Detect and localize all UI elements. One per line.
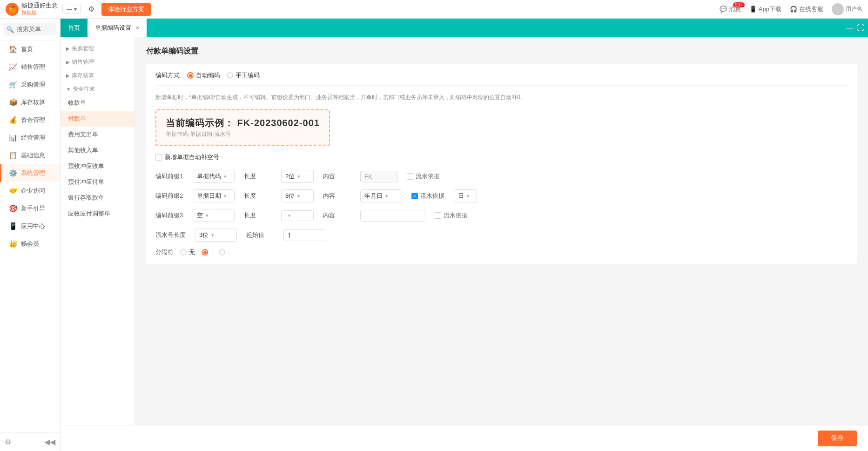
length3-select[interactable]: ▾ <box>281 210 314 221</box>
sidebar-item-inventory[interactable]: 📦 库存核算 <box>0 94 60 111</box>
content1-input[interactable] <box>360 171 397 182</box>
prefix2-select[interactable]: 单据日期 ▾ <box>193 189 235 202</box>
sidebar-item-enterprise[interactable]: 🤝 企业协同 <box>0 182 60 200</box>
tab-close-icon[interactable]: × <box>136 25 139 31</box>
search-menu-button[interactable]: 🔍 搜索菜单 <box>4 23 56 35</box>
tab-encoding-label: 单据编码设置 <box>95 24 131 32</box>
sec-menu-income-label: 其他收入单 <box>68 146 98 155</box>
prefix1-select[interactable]: 单据代码 ▾ <box>193 170 235 183</box>
sidebar-item-purchase[interactable]: 🛒 采购管理 <box>0 76 60 94</box>
sec-menu-receipt[interactable]: 收款单 <box>61 95 135 111</box>
sidebar-item-basics[interactable]: 📋 基础信息 <box>0 147 60 164</box>
flow1-checkbox[interactable] <box>407 173 413 180</box>
user-menu[interactable]: 用户名 <box>832 3 862 15</box>
encoding-method-label: 编码方式 <box>155 71 180 80</box>
sec-menu-sales-label: 销售管理 <box>72 58 94 66</box>
length2-label: 长度 <box>244 192 272 200</box>
sec-menu-adjustment[interactable]: 应收应付调整单 <box>61 206 135 222</box>
trial-button[interactable]: 体验行业方案 <box>101 3 151 16</box>
manual-encoding-radio[interactable] <box>227 72 233 79</box>
home-icon: 🏠 <box>9 45 17 54</box>
sec-menu-income[interactable]: 其他收入单 <box>61 142 135 158</box>
sep-dash-radio[interactable] <box>202 249 208 256</box>
message-badge: 99+ <box>733 2 745 7</box>
sep-other-label: · <box>228 249 229 256</box>
sec-menu-expense[interactable]: 费用支出单 <box>61 127 135 142</box>
length2-arrow-icon: ▾ <box>297 193 300 199</box>
sec-menu-sales[interactable]: ▶ 销售管理 <box>61 54 135 68</box>
prefix3-select[interactable]: 空 ▾ <box>193 209 235 222</box>
main-area: 首页 单据编码设置 × — ⛶ ▶ 采购管理 ▶ 销售管理 <box>61 19 868 451</box>
sec-menu-payment-label: 付款单 <box>68 114 86 123</box>
sep-dash-option[interactable]: · <box>202 249 212 256</box>
length1-select[interactable]: 2位 ▾ <box>281 170 314 183</box>
sec-menu-funds[interactable]: ▼ 资金往来 <box>61 81 135 95</box>
auto-encoding-radio[interactable] <box>187 72 194 79</box>
layout: 🔍 搜索菜单 🏠 首页 📈 销售管理 🛒 采购管理 📦 <box>0 19 868 451</box>
sidebar-item-finance[interactable]: 💰 资金管理 <box>0 111 60 129</box>
serial-length-select[interactable]: 3位 ▾ <box>195 229 237 242</box>
content2-select[interactable]: 年月日 ▾ <box>360 189 402 202</box>
sidebar-item-member[interactable]: 👑 畅会员 <box>0 235 60 253</box>
tab-maximize-button[interactable]: ⛶ <box>857 24 864 32</box>
sep-none-radio[interactable] <box>180 249 187 256</box>
sidebar-item-sales[interactable]: 📈 销售管理 <box>0 58 60 76</box>
message-button[interactable]: 💬 消息 99+ <box>720 5 741 13</box>
length1-label: 长度 <box>244 172 272 181</box>
sidebar-item-guide[interactable]: 🎯 新手引导 <box>0 200 60 217</box>
preview-code: FK-20230602-001 <box>237 118 320 128</box>
flow2-checkbox[interactable]: ✓ <box>411 193 418 199</box>
sidebar-item-apps-label: 应用中心 <box>21 222 45 230</box>
flow2-period-select[interactable]: 日 ▾ <box>454 189 477 202</box>
prefix3-label: 编码前缀3 <box>155 211 183 220</box>
auto-encoding-option[interactable]: 自动编码 <box>187 71 220 80</box>
sidebar-item-basics-label: 基础信息 <box>21 151 45 160</box>
sec-menu-prepayment[interactable]: 预付冲应付单 <box>61 174 135 190</box>
length2-value: 8位 <box>285 192 295 200</box>
sales-icon: 📈 <box>9 63 17 71</box>
settings-icon[interactable]: ⚙ <box>86 4 97 15</box>
sec-menu-purchase[interactable]: ▶ 采购管理 <box>61 41 135 54</box>
length3-arrow-icon: ▾ <box>288 213 291 219</box>
online-service-label: 在线客服 <box>799 5 823 13</box>
prefix3-value: 空 <box>197 211 203 220</box>
online-service-button[interactable]: 🎧 在线客服 <box>790 5 823 13</box>
topbar-right: 💬 消息 99+ 📱 App下载 🎧 在线客服 用户名 <box>720 3 862 15</box>
flow3-checkbox[interactable] <box>435 212 441 219</box>
content3-input[interactable] <box>360 210 425 222</box>
sidebar-item-member-label: 畅会员 <box>21 240 39 248</box>
start-value-input[interactable] <box>283 229 325 241</box>
sec-menu-inventory[interactable]: ▶ 库存核算 <box>61 68 135 81</box>
app-download-button[interactable]: 📱 App下载 <box>749 5 781 13</box>
length2-select[interactable]: 8位 ▾ <box>281 189 314 202</box>
sidebar-collapse-icon[interactable]: ◀◀ <box>44 438 55 446</box>
sec-menu-prereceipt[interactable]: 预收冲应收单 <box>61 158 135 174</box>
app-download-label: App下载 <box>759 5 781 13</box>
sidebar-item-home[interactable]: 🏠 首页 <box>0 40 60 58</box>
save-button[interactable]: 保存 <box>818 431 857 446</box>
tab-actions: — ⛶ <box>846 24 868 32</box>
sep-other-option[interactable]: · <box>219 249 229 256</box>
sec-menu-payment[interactable]: 付款单 <box>61 111 135 127</box>
sidebar-settings-icon[interactable]: ⚙ <box>5 438 11 446</box>
sec-menu-bank[interactable]: 银行存取款单 <box>61 190 135 206</box>
search-menu-label: 搜索菜单 <box>17 25 41 34</box>
sidebar-item-operations[interactable]: 📊 经营管理 <box>0 129 60 147</box>
sidebar-item-system[interactable]: ⚙️ 系统管理 <box>0 164 60 182</box>
sidebar-bottom: ⚙ ◀◀ <box>0 432 60 451</box>
tab-encoding-settings[interactable]: 单据编码设置 × <box>87 19 147 37</box>
sep-other-radio[interactable] <box>219 249 225 256</box>
flow3-label: 流水依据 <box>444 211 468 220</box>
auto-zero-label: 新增单据自动补空号 <box>165 153 219 162</box>
auto-zero-checkbox[interactable] <box>155 154 162 161</box>
sep-none-option[interactable]: 无 <box>180 248 195 256</box>
topbar-dropdown[interactable]: — ▾ <box>62 5 81 14</box>
content2-value: 年月日 <box>364 192 383 200</box>
settings-panel: 编码方式 自动编码 手工编码 <box>146 64 857 264</box>
tab-minimize-button[interactable]: — <box>846 24 853 32</box>
manual-encoding-option[interactable]: 手工编码 <box>227 71 260 80</box>
tab-home[interactable]: 首页 <box>61 19 87 37</box>
finance-icon: 💰 <box>9 116 17 124</box>
sidebar-item-apps[interactable]: 📱 应用中心 <box>0 217 60 235</box>
code-preview-sub: 单据代码-单据日期-流水号 <box>166 130 320 138</box>
